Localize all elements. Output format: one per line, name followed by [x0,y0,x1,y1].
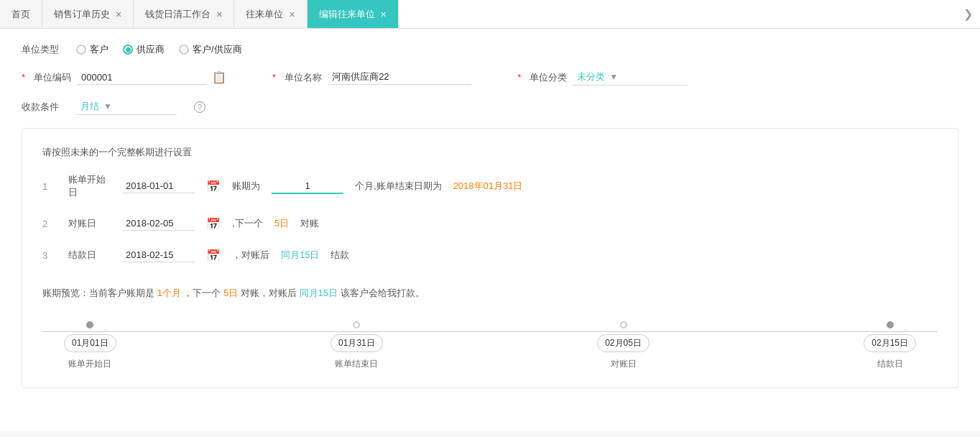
reconcile-day-highlight: 5日 [274,217,289,230]
unit-category-required: * [517,72,521,83]
tab-sales-history-label: 销售订单历史 [54,8,110,21]
tab-edit-contact-label: 编辑往来单位 [319,8,375,21]
tab-contacts[interactable]: 往来单位 × [234,0,307,28]
preview-reconcile: 对账，对账后 [241,288,297,298]
row-label-3: 结款日 [68,249,111,262]
radio-both-circle [179,45,189,55]
timeline-item-4: 02月15日 结款日 [864,321,916,370]
timeline-item-1: 01月01日 账单开始日 [64,321,116,370]
payment-term-value: 月结 [80,100,99,113]
tab-cash-work[interactable]: 钱货日清工作台 × [134,0,234,28]
timeline-badge-3: 02月05日 [597,334,650,352]
tab-contacts-close[interactable]: × [289,9,295,19]
unit-name-required: * [272,72,276,83]
unit-code-group: * 单位编码 📋 [22,70,226,85]
end-date-highlight: 2018年01月31日 [453,180,523,193]
tab-edit-contact[interactable]: 编辑往来单位 × [308,0,399,28]
timeline-label-1: 账单开始日 [68,358,111,370]
unit-name-group: * 单位名称 [272,70,471,85]
payment-term-label: 收款条件 [22,101,59,114]
setting-row-2: 2 对账日 📅 ,下一个 5日 对账 [42,216,938,231]
unit-code-label: 单位编码 [34,71,71,84]
timeline-dot-2 [353,321,360,328]
row-num-1: 1 [42,181,57,192]
timeline-line [42,331,938,332]
payment-term-row: 收款条件 月结 ▼ ? [22,98,958,115]
timeline-badge-1: 01月01日 [64,334,116,352]
period-input[interactable] [272,179,343,194]
preview-suffix: 该客户会给我打款。 [341,288,425,298]
help-icon[interactable]: ? [194,101,205,113]
tab-cash-work-close[interactable]: × [216,9,222,19]
preview-day-highlight: 5日 [223,288,238,298]
start-date-input[interactable] [123,179,195,193]
payment-term-select[interactable]: 月结 ▼ [76,98,177,115]
unit-type-radio-group: 客户 供应商 客户/供应商 [76,43,242,56]
preview-prefix: 账期预览：当前客户账期是 [42,288,154,298]
radio-supplier-label: 供应商 [137,43,165,56]
radio-both[interactable]: 客户/供应商 [179,43,242,56]
timeline-container: 01月01日 账单开始日 01月31日 账单结束日 02月05日 对账日 02月… [64,321,916,370]
tab-sales-history[interactable]: 销售订单历史 × [42,0,134,28]
tab-more-button[interactable]: ❯ [956,0,980,28]
timeline-dot-4 [887,321,894,328]
reconcile-prefix: ,下一个 [232,217,263,230]
unit-code-input[interactable] [77,70,206,85]
timeline-label-4: 结款日 [877,358,903,370]
tab-cash-work-label: 钱货日清工作台 [145,8,211,21]
unit-type-row: 单位类型 客户 供应商 客户/供应商 [22,43,958,56]
reconcile-date-input[interactable] [123,216,195,231]
row-num-2: 2 [42,218,57,229]
reconcile-date-calendar-icon[interactable]: 📅 [206,217,221,231]
main-content: 单位类型 客户 供应商 客户/供应商 * 单位编码 📋 * 单位名称 [0,29,980,431]
unit-category-value: 未分类 [577,70,605,83]
timeline-dot-1 [86,321,93,328]
reconcile-suffix: 对账 [300,217,319,230]
radio-supplier[interactable]: 供应商 [123,43,165,56]
radio-both-label: 客户/供应商 [193,43,242,56]
settle-date-input[interactable] [123,248,195,262]
unit-name-input[interactable] [328,70,471,85]
timeline-label-2: 账单结束日 [335,358,378,370]
tab-bar: 首页 销售订单历史 × 钱货日清工作台 × 往来单位 × 编辑往来单位 × ❯ [0,0,980,29]
row-label-1: 账单开始日 [68,173,111,199]
settle-day-highlight: 同月15日 [281,249,319,262]
tab-home-label: 首页 [11,8,30,21]
timeline-item-2: 01月31日 账单结束日 [330,321,383,370]
timeline-item-3: 02月05日 对账日 [597,321,650,370]
unit-code-icon[interactable]: 📋 [212,70,226,84]
preview-period-highlight: 1个月 [157,288,181,298]
unit-info-row: * 单位编码 📋 * 单位名称 * 单位分类 未分类 ▼ [22,69,958,86]
tab-contacts-label: 往来单位 [246,8,283,21]
row-label-2: 对账日 [68,217,111,230]
preview-part2-prefix: ，下一个 [183,288,221,298]
radio-supplier-circle [123,45,133,55]
unit-category-label: 单位分类 [530,71,567,84]
tab-edit-contact-close[interactable]: × [381,9,387,19]
unit-category-group: * 单位分类 未分类 ▼ [517,69,688,86]
unit-category-select[interactable]: 未分类 ▼ [573,69,688,86]
setting-row-3: 3 结款日 📅 ，对账后 同月15日 结款 [42,248,938,262]
settle-date-calendar-icon[interactable]: 📅 [206,249,221,262]
preview-settle-highlight: 同月15日 [300,288,338,298]
unit-type-label: 单位类型 [22,43,59,56]
period-desc: 个月,账单结束日期为 [355,180,442,193]
unit-name-label: 单位名称 [285,71,322,84]
timeline-dot-3 [620,321,627,328]
radio-customer-circle [76,45,86,55]
timeline-badge-2: 01月31日 [330,334,383,352]
period-label: 账期为 [232,180,260,193]
preview-text: 账期预览：当前客户账期是 1个月 ，下一个 5日 对账，对账后 同月15日 该客… [42,280,938,307]
timeline-badge-4: 02月15日 [864,334,916,352]
radio-customer-label: 客户 [90,43,108,56]
radio-customer[interactable]: 客户 [76,43,108,56]
start-date-calendar-icon[interactable]: 📅 [206,180,221,193]
info-box: 请按照未来的一个完整帐期进行设置 1 账单开始日 📅 账期为 个月,账单结束日期… [22,128,958,388]
chevron-down-icon: ▼ [609,72,618,82]
settle-prefix: ，对账后 [232,249,269,262]
setting-row-1: 1 账单开始日 📅 账期为 个月,账单结束日期为 2018年01月31日 [42,173,938,199]
timeline-label-3: 对账日 [611,358,637,370]
tab-home[interactable]: 首页 [0,0,42,28]
row-num-3: 3 [42,250,57,261]
tab-sales-history-close[interactable]: × [116,9,121,19]
